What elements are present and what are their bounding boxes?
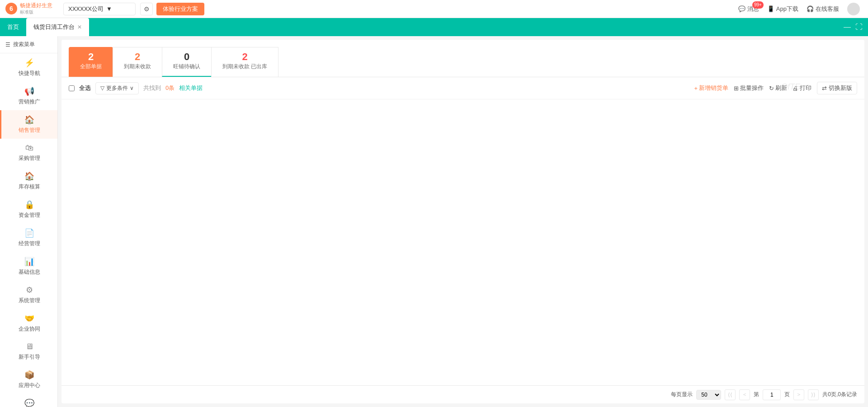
weixin-icon: 💬 [24, 398, 34, 407]
sidebar-item-purchase[interactable]: 🛍 采购管理 [0, 139, 57, 167]
refresh-label: 刷新 [775, 84, 787, 92]
refresh-button[interactable]: ↻ 刷新 [769, 84, 787, 92]
stat-num-overdue: 2 [124, 51, 151, 63]
maximize-icon[interactable]: ⛶ [855, 23, 863, 31]
collab-icon: 🤝 [24, 313, 34, 323]
batch-icon: ⊞ [734, 85, 739, 92]
total-text: 共0页,0条记录 [822, 391, 857, 398]
stat-tab-shipped[interactable]: 2 到期未收款 已出库 [211, 47, 278, 77]
select-all-checkbox[interactable] [69, 85, 75, 91]
sidebar-item-inventory[interactable]: 🏠 库存核算 [0, 167, 57, 195]
select-all-label: 全选 [79, 84, 91, 92]
found-count: 0条 [165, 84, 175, 92]
guide-icon: 🖥 [25, 342, 33, 351]
system-icon: ⚙ [26, 285, 33, 295]
stat-tab-overdue[interactable]: 2 到期未收款 [113, 47, 162, 77]
tab-close-icon[interactable]: ✕ [77, 24, 82, 30]
current-page-input[interactable] [763, 389, 781, 400]
main-layout: ☰ 搜索菜单 ⚡ 快捷导航 📢 营销推广 🏠 销售管理 🛍 采购管理 🏠 库存核… [0, 36, 868, 407]
sidebar-item-label: 企业协同 [19, 325, 40, 333]
operation-icon: 📄 [24, 228, 34, 238]
sidebar-item-basic[interactable]: 📊 基础信息 [0, 252, 57, 281]
sidebar-item-finance[interactable]: 🔒 资金管理 [0, 195, 57, 224]
sidebar-item-label: 快捷导航 [19, 70, 40, 77]
message-button[interactable]: 💬 消息 99+ [738, 5, 759, 13]
sidebar-item-marketing[interactable]: 📢 营销推广 [0, 82, 57, 110]
company-name: XXXXXX公司 [68, 5, 104, 13]
sidebar-item-guide[interactable]: 🖥 新手引导 [0, 337, 57, 365]
service-icon: 🎧 [807, 5, 814, 12]
header-actions: ⚙ 体验行业方案 [140, 3, 204, 15]
sidebar-item-label: 库存核算 [19, 183, 40, 191]
message-badge: 99+ [752, 1, 764, 9]
print-button[interactable]: 🖨 打印 [793, 84, 811, 92]
sidebar-item-weixin[interactable]: 💬 企业微信 [0, 394, 57, 407]
first-page-button[interactable]: ⟨⟨ [725, 389, 736, 400]
work-area: 2 全部单据 2 到期未收款 0 旺铺待确认 2 到期未收款 已出库 [61, 40, 864, 403]
sidebar-item-operation[interactable]: 📄 经营管理 [0, 224, 57, 252]
page-label-end: 页 [784, 391, 790, 398]
stat-label-all: 全部单据 [80, 63, 102, 70]
minimize-icon[interactable]: — [844, 23, 851, 31]
search-menu-button[interactable]: ☰ 搜索菜单 [0, 36, 57, 53]
tab-work-label: 钱货日清工作台 [33, 23, 75, 31]
related-link[interactable]: 相关单据 [179, 84, 203, 92]
found-text: 共找到 [143, 84, 161, 92]
quick-nav-icon: ⚡ [24, 58, 34, 68]
switch-label: 切换新版 [829, 84, 852, 92]
company-selector[interactable]: XXXXXX公司 ▼ [63, 3, 136, 15]
filter-label: 更多条件 [106, 84, 128, 92]
footer-pagination: 每页显示 50 100 200 ⟨⟨ ＜ 第 页 ＞ ⟩⟩ 共0页,0条记录 [61, 385, 864, 403]
filter-button[interactable]: ▽ 更多条件 ∨ [95, 82, 139, 94]
appstore-icon: 📦 [24, 370, 34, 380]
next-page-button[interactable]: ＞ [793, 389, 804, 400]
stat-label-shipped: 到期未收款 已出库 [222, 63, 267, 70]
sidebar-item-collab[interactable]: 🤝 企业协同 [0, 309, 57, 337]
page-size-select[interactable]: 50 100 200 [696, 390, 721, 400]
top-header: 6 畅捷通好生意 标准版 XXXXXX公司 ▼ ⚙ 体验行业方案 💬 消息 99… [0, 0, 868, 18]
search-menu-label: 搜索菜单 [13, 41, 35, 48]
stat-num-all: 2 [80, 51, 102, 63]
switch-version-button[interactable]: ⇄ 切换新版 [817, 82, 857, 94]
refresh-icon: ↻ [769, 85, 774, 92]
tab-home[interactable]: 首页 [0, 18, 26, 36]
avatar [847, 3, 860, 15]
batch-button[interactable]: ⊞ 批量操作 [734, 84, 764, 92]
app-download-button[interactable]: 📱 App下载 [767, 5, 798, 13]
stat-tab-all[interactable]: 2 全部单据 [69, 47, 113, 77]
last-page-button[interactable]: ⟩⟩ [808, 389, 819, 400]
sidebar-item-label: 新手引导 [19, 353, 40, 361]
sidebar-item-label: 采购管理 [19, 154, 40, 162]
sidebar-item-appstore[interactable]: 📦 应用中心 [0, 365, 57, 394]
add-sales-order-button[interactable]: + 新增销货单 [694, 84, 728, 92]
sidebar-item-label: 基础信息 [19, 268, 40, 276]
tab-home-label: 首页 [7, 23, 19, 31]
inventory-icon: 🏠 [24, 171, 34, 181]
app-download-label: App下载 [776, 5, 798, 13]
tab-work[interactable]: 钱货日清工作台 ✕ [26, 18, 89, 36]
print-label: 打印 [800, 84, 811, 92]
stat-num-pending: 0 [173, 51, 200, 63]
add-label: 新增销货单 [699, 84, 728, 92]
page-size-label: 每页显示 [671, 391, 693, 398]
stat-num-shipped: 2 [222, 51, 267, 63]
message-icon: 💬 [738, 5, 745, 12]
logo-icon: 6 [5, 3, 17, 14]
avatar-area[interactable] [847, 3, 863, 15]
sidebar-item-system[interactable]: ⚙ 系统管理 [0, 281, 57, 309]
basic-icon: 📊 [24, 257, 34, 267]
settings-button[interactable]: ⚙ [140, 3, 153, 15]
stats-tabs: 2 全部单据 2 到期未收款 0 旺铺待确认 2 到期未收款 已出库 [61, 40, 864, 77]
sales-icon: 🏠 [24, 115, 34, 125]
sidebar-item-sales[interactable]: 🏠 销售管理 [0, 110, 57, 139]
stat-tab-pending[interactable]: 0 旺铺待确认 [162, 47, 212, 77]
add-icon: + [694, 85, 698, 92]
sidebar-item-quick-nav[interactable]: ⚡ 快捷导航 [0, 53, 57, 82]
table-area [61, 99, 864, 385]
online-service-button[interactable]: 🎧 在线客服 [807, 5, 839, 13]
marketing-icon: 📢 [24, 86, 34, 96]
trial-button[interactable]: 体验行业方案 [156, 3, 204, 15]
sidebar-item-label: 营销推广 [19, 98, 40, 106]
filter-icon: ▽ [100, 85, 104, 91]
prev-page-button[interactable]: ＜ [739, 389, 750, 400]
